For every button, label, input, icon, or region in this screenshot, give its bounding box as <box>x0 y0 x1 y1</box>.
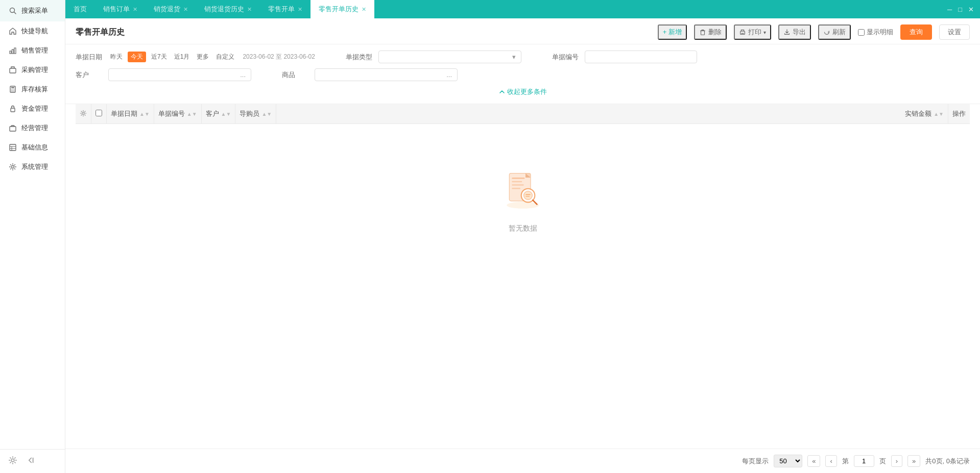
svg-rect-3 <box>12 49 14 54</box>
gear-icon <box>8 162 17 171</box>
setting-button[interactable]: 设置 <box>939 24 970 40</box>
sidebar-item-sys-mgmt[interactable]: 系统管理 <box>0 157 65 177</box>
svg-rect-2 <box>10 51 11 54</box>
svg-rect-31 <box>512 184 523 186</box>
th-customer: 客户 ▲▼ <box>201 104 235 124</box>
page-number-input[interactable] <box>854 455 874 467</box>
search-icon <box>8 6 17 15</box>
tab-sales-order[interactable]: 销售订单 ✕ <box>95 0 146 18</box>
sidebar-item-sales-mgmt[interactable]: 销售管理 <box>0 41 65 60</box>
query-button[interactable]: 查询 <box>900 24 932 40</box>
th-order-no: 单据编号 ▲▼ <box>154 104 201 124</box>
add-button[interactable]: + 新增 <box>658 24 687 40</box>
sidebar-search[interactable]: 搜索采单 <box>0 0 65 21</box>
tab-sales-return[interactable]: 销货退货 ✕ <box>146 0 196 18</box>
table-header-row: 单据日期 ▲▼ 单据编号 ▲▼ 客户 <box>76 104 970 124</box>
collapse-arrow-icon <box>499 89 505 95</box>
close-tab-sales-return[interactable]: ✕ <box>183 6 188 13</box>
prev-page-btn[interactable]: ‹ <box>825 455 836 467</box>
th-customer-sort[interactable]: 客户 ▲▼ <box>206 109 231 118</box>
next-page-btn[interactable]: › <box>891 455 902 467</box>
customer-filter: 客户 ... <box>76 68 251 81</box>
sidebar-item-label: 采购管理 <box>21 65 48 74</box>
customer-dots[interactable]: ... <box>240 71 246 79</box>
th-salesperson: 导购员 ▲▼ <box>235 104 276 124</box>
sidebar-item-finance[interactable]: 资金管理 <box>0 99 65 118</box>
goods-filter: 商品 ... <box>282 68 458 81</box>
date-opt-today[interactable]: 今天 <box>128 52 146 62</box>
tab-sales-return-history[interactable]: 销货退货历史 ✕ <box>196 0 260 18</box>
export-button[interactable]: 导出 <box>778 24 811 40</box>
th-amount-sort[interactable]: 实销金额 ▲▼ <box>905 109 944 118</box>
customer-select[interactable]: ... <box>108 68 251 81</box>
top-nav: 首页 销售订单 ✕ 销货退货 ✕ 销货退货历史 ✕ 零售开单 ✕ 零售开单历史 … <box>65 0 980 18</box>
th-action-label: 操作 <box>952 110 966 117</box>
th-date-sort[interactable]: 单据日期 ▲▼ <box>111 109 150 118</box>
close-tab-sales-return-history[interactable]: ✕ <box>247 6 252 13</box>
goods-select[interactable]: ... <box>315 68 458 81</box>
th-checkbox[interactable] <box>91 104 107 124</box>
print-arrow-icon: ▾ <box>763 30 766 35</box>
date-opt-custom[interactable]: 自定义 <box>214 52 236 62</box>
svg-point-10 <box>14 89 15 90</box>
display-detail-checkbox[interactable] <box>858 29 865 36</box>
th-order-no-sort[interactable]: 单据编号 ▲▼ <box>158 109 197 118</box>
order-type-filter: 单据类型 ▾ <box>346 51 521 63</box>
sidebar-item-label: 资金管理 <box>21 104 48 113</box>
tab-retail-open[interactable]: 零售开单 ✕ <box>260 0 310 18</box>
order-type-select[interactable]: ▾ <box>378 51 521 63</box>
display-detail-toggle[interactable]: 显示明细 <box>858 28 893 37</box>
sidebar-item-inventory[interactable]: 库存核算 <box>0 80 65 99</box>
maximize-btn[interactable]: □ <box>958 6 962 13</box>
tab-sales-return-history-label: 销货退货历史 <box>204 5 244 14</box>
date-opt-yesterday[interactable]: 昨天 <box>108 52 125 62</box>
date-opt-7days[interactable]: 近7天 <box>149 52 169 62</box>
filter-row-2: 客户 ... 商品 ... <box>76 68 970 81</box>
th-order-no-label: 单据编号 <box>158 109 185 118</box>
sidebar-item-quick-nav[interactable]: 快捷导航 <box>0 21 65 41</box>
th-salesperson-sort[interactable]: 导购员 ▲▼ <box>240 109 272 118</box>
tab-home[interactable]: 首页 <box>65 0 95 18</box>
order-no-input[interactable] <box>585 51 697 63</box>
close-tab-retail-open-history[interactable]: ✕ <box>362 6 366 13</box>
tab-retail-open-history[interactable]: 零售开单历史 ✕ <box>310 0 374 18</box>
table-gear-icon <box>80 110 87 117</box>
close-tab-sales-order[interactable]: ✕ <box>133 6 137 13</box>
collapse-button[interactable]: 收起更多条件 <box>495 86 551 97</box>
goods-dots[interactable]: ... <box>446 71 452 79</box>
sort-date-icon: ▲▼ <box>139 111 150 117</box>
refresh-button[interactable]: 刷新 <box>818 24 851 40</box>
svg-rect-5 <box>10 68 16 73</box>
close-btn[interactable]: ✕ <box>968 6 974 13</box>
th-customer-label: 客户 <box>206 109 219 118</box>
select-all-checkbox[interactable] <box>95 110 102 116</box>
sort-amount-icon: ▲▼ <box>934 111 944 117</box>
settings-bottom-icon[interactable] <box>8 456 17 467</box>
page-suffix: 页 <box>879 457 886 466</box>
page-label: 第 <box>842 457 849 466</box>
close-tab-retail-open[interactable]: ✕ <box>298 6 302 13</box>
sort-salesperson-icon: ▲▼ <box>261 111 272 117</box>
sidebar-bottom <box>0 449 65 473</box>
print-button[interactable]: 打印 ▾ <box>734 24 771 40</box>
delete-button[interactable]: 删除 <box>694 24 727 40</box>
svg-line-1 <box>14 12 16 14</box>
page-size-select[interactable]: 50 10 20 100 <box>774 455 802 467</box>
sidebar-item-purchase-mgmt[interactable]: 采购管理 <box>0 60 65 80</box>
sidebar-search-label: 搜索采单 <box>21 6 48 15</box>
last-page-btn[interactable]: » <box>907 455 920 467</box>
first-page-btn[interactable]: « <box>807 455 820 467</box>
date-opt-1month[interactable]: 近1月 <box>172 52 192 62</box>
sidebar-item-basic-info[interactable]: 基础信息 <box>0 138 65 157</box>
svg-point-27 <box>507 202 539 209</box>
sidebar-item-operations[interactable]: 经营管理 <box>0 118 65 138</box>
calculator-icon <box>8 85 17 94</box>
th-gear[interactable] <box>76 104 91 124</box>
th-spacer <box>276 104 901 124</box>
date-opt-more[interactable]: 更多 <box>195 52 211 62</box>
svg-point-20 <box>12 166 14 168</box>
minimize-btn[interactable]: ─ <box>947 6 952 13</box>
home-icon <box>8 27 17 36</box>
th-action: 操作 <box>948 104 970 124</box>
collapse-sidebar-icon[interactable] <box>26 456 35 467</box>
